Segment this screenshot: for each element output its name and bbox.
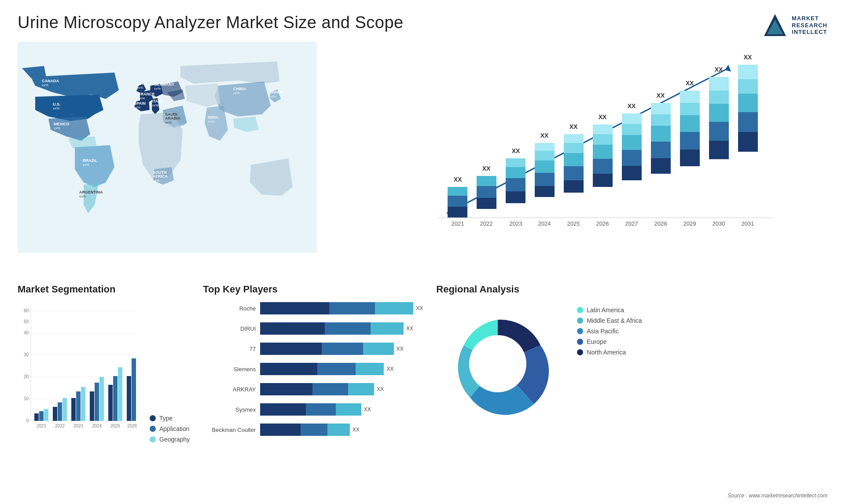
- svg-rect-81: [738, 65, 758, 79]
- svg-rect-77: [738, 132, 758, 152]
- players-section: Top Key Players Roche XX DIRUI: [203, 284, 423, 499]
- svg-rect-75: [709, 77, 729, 91]
- legend-asia-pacific: Asia Pacific: [577, 328, 618, 335]
- svg-rect-42: [564, 166, 584, 180]
- svg-rect-45: [564, 134, 584, 143]
- svg-rect-23: [448, 196, 467, 207]
- svg-text:xx%: xx%: [53, 106, 59, 110]
- svg-text:2021: 2021: [37, 424, 47, 428]
- svg-text:XX: XX: [569, 123, 578, 130]
- svg-rect-43: [564, 153, 584, 166]
- legend-europe: Europe: [577, 338, 606, 345]
- header: Urine Microscopy Analyzer Market Size an…: [0, 0, 845, 42]
- svg-rect-47: [593, 174, 613, 187]
- world-map: CANADA xx% U.S. xx% MEXICO xx% BRAZIL xx…: [18, 42, 317, 253]
- svg-rect-31: [506, 178, 525, 191]
- page-title: Urine Microscopy Analyzer Market Size an…: [18, 13, 404, 32]
- svg-text:2023: 2023: [510, 220, 522, 227]
- donut-chart-container: [436, 302, 559, 427]
- svg-rect-49: [593, 145, 613, 159]
- svg-rect-120: [99, 377, 104, 421]
- svg-rect-80: [738, 79, 758, 94]
- regional-title: Regional Analysis: [436, 284, 827, 295]
- bottom-content: Market Segmentation 0 10 20 30 40 60 50: [0, 275, 845, 504]
- svg-rect-69: [680, 91, 700, 103]
- svg-rect-128: [132, 358, 136, 421]
- svg-text:2026: 2026: [596, 220, 609, 227]
- svg-text:xx%: xx%: [83, 163, 89, 167]
- svg-rect-63: [651, 103, 671, 114]
- svg-text:0: 0: [26, 418, 29, 423]
- svg-text:2024: 2024: [538, 220, 551, 227]
- svg-text:XX: XX: [599, 113, 607, 121]
- svg-rect-121: [108, 385, 113, 421]
- svg-text:2022: 2022: [55, 424, 65, 428]
- svg-text:xx%: xx%: [152, 103, 158, 107]
- svg-text:2023: 2023: [73, 424, 84, 428]
- svg-rect-53: [622, 166, 642, 180]
- svg-rect-111: [44, 409, 48, 421]
- segmentation-title: Market Segmentation: [18, 284, 190, 295]
- svg-rect-28: [477, 176, 496, 186]
- regional-legend: Latin America Middle East & Africa Asia …: [568, 307, 642, 356]
- svg-text:xx%: xx%: [136, 86, 143, 90]
- svg-rect-48: [593, 159, 613, 174]
- latin-america-dot: [577, 307, 583, 313]
- mexico-label: MEXICO: [54, 122, 70, 126]
- svg-rect-61: [651, 126, 671, 142]
- svg-rect-109: [34, 413, 39, 421]
- france-label: FRANCE: [138, 92, 155, 96]
- svg-text:XX: XX: [512, 147, 520, 154]
- legend-type-dot: [150, 415, 156, 421]
- svg-rect-115: [71, 398, 76, 421]
- svg-rect-24: [448, 187, 467, 196]
- china-label: CHINA: [233, 87, 246, 91]
- main-content: CANADA xx% U.S. xx% MEXICO xx% BRAZIL xx…: [0, 42, 845, 275]
- japan-label: JAPAN: [269, 90, 283, 95]
- svg-text:50: 50: [24, 319, 29, 324]
- svg-text:xx%: xx%: [54, 126, 60, 130]
- svg-text:xx%: xx%: [134, 106, 140, 110]
- segmentation-chart: 0 10 20 30 40 60 50: [18, 302, 141, 443]
- svg-text:40: 40: [24, 330, 29, 335]
- svg-rect-22: [448, 207, 467, 218]
- svg-rect-73: [709, 104, 729, 122]
- svg-text:2025: 2025: [110, 424, 121, 428]
- player-roche: Roche XX: [203, 302, 423, 314]
- svg-text:XX: XX: [715, 66, 723, 73]
- svg-text:xx%: xx%: [165, 121, 172, 124]
- svg-text:2030: 2030: [713, 220, 725, 227]
- svg-rect-123: [118, 367, 122, 421]
- india-label: INDIA: [208, 115, 219, 120]
- regional-content: Latin America Middle East & Africa Asia …: [436, 302, 827, 427]
- svg-rect-44: [564, 143, 584, 153]
- regional-section: Regional Analysis: [436, 284, 827, 499]
- svg-rect-78: [738, 112, 758, 132]
- svg-rect-122: [113, 376, 118, 421]
- svg-text:AFRICA: AFRICA: [153, 174, 168, 179]
- svg-rect-57: [622, 113, 642, 124]
- svg-text:xx%: xx%: [42, 83, 48, 87]
- legend-geography: Geography: [150, 436, 190, 443]
- middle-east-dot: [577, 318, 583, 324]
- svg-rect-39: [535, 143, 555, 151]
- svg-text:XX: XX: [744, 54, 752, 61]
- legend-type: Type: [150, 415, 190, 422]
- svg-text:XX: XX: [540, 132, 549, 139]
- segmentation-section: Market Segmentation 0 10 20 30 40 60 50: [18, 284, 190, 499]
- svg-rect-37: [535, 161, 555, 173]
- svg-rect-66: [680, 132, 700, 150]
- player-beckman: Beckman Coulter XX: [203, 424, 423, 436]
- svg-rect-36: [535, 173, 555, 186]
- legend-geography-dot: [150, 436, 156, 442]
- svg-rect-79: [738, 94, 758, 112]
- svg-text:2029: 2029: [683, 220, 696, 227]
- svg-rect-74: [709, 91, 729, 104]
- svg-text:2031: 2031: [742, 220, 754, 227]
- us-label: U.S.: [53, 102, 61, 106]
- svg-rect-110: [39, 411, 44, 421]
- svg-rect-50: [593, 134, 613, 145]
- svg-rect-51: [593, 124, 613, 134]
- svg-text:30: 30: [24, 352, 29, 357]
- world-map-section: CANADA xx% U.S. xx% MEXICO xx% BRAZIL xx…: [18, 42, 317, 275]
